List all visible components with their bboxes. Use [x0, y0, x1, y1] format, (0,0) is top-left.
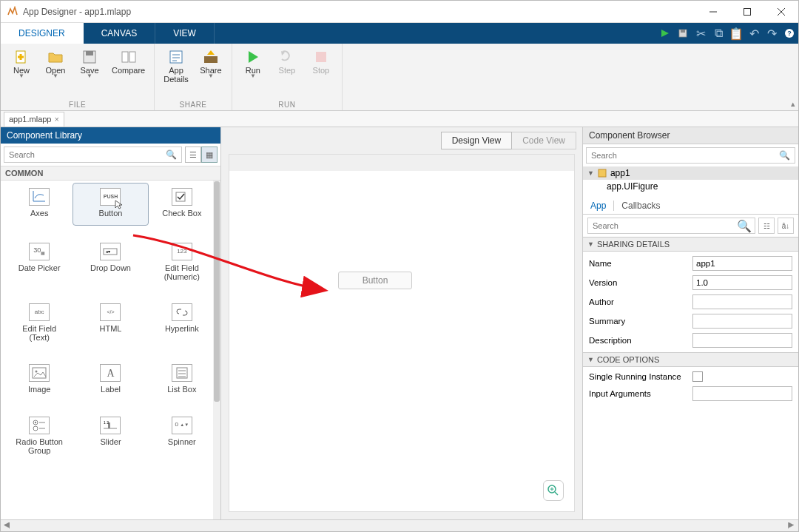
zoom-icon[interactable] — [543, 480, 564, 501]
svg-rect-20 — [204, 56, 218, 63]
code-view-tab[interactable]: Code View — [512, 132, 576, 149]
component-axes[interactable]: Axes — [4, 188, 75, 220]
component-label[interactable]: ALabel — [75, 364, 146, 394]
svg-point-35 — [35, 421, 36, 422]
component-edit-field-numeric-[interactable]: 123Edit Field (Numeric) — [146, 243, 218, 281]
tab-designer[interactable]: DESIGNER — [1, 23, 84, 44]
file-tab[interactable]: app1.mlapp × — [4, 112, 64, 127]
section-share-label: SHARE — [180, 101, 207, 109]
run-button[interactable]: Run▼ — [238, 47, 268, 80]
compare-button[interactable]: Compare — [109, 47, 148, 80]
svg-marker-21 — [207, 50, 215, 55]
component-browser-panel: Component Browser 🔍 ▼ app1 app.UIFigure … — [582, 127, 798, 519]
quick-copy-icon[interactable]: ⧉ — [709, 23, 727, 44]
svg-line-43 — [555, 492, 558, 495]
img-icon — [29, 364, 50, 382]
maximize-button[interactable] — [730, 1, 764, 23]
component-hyperlink[interactable]: Hyperlink — [146, 303, 218, 342]
svg-rect-16 — [170, 51, 182, 63]
view-grid-icon[interactable]: ▦ — [201, 147, 218, 163]
tab-canvas[interactable]: CANVAS — [84, 23, 155, 44]
tab-app[interactable]: App — [583, 198, 613, 214]
component-label: Check Box — [162, 209, 201, 218]
window-title: App Designer - app1.mlapp — [23, 7, 696, 17]
component-slider[interactable]: 1 2Slider — [75, 417, 146, 455]
status-bar: ⯇ ⯈ — [1, 519, 798, 531]
search-icon[interactable]: 🔍 — [163, 149, 180, 160]
app-icon — [5, 6, 20, 18]
new-button[interactable]: New▼ — [7, 47, 36, 80]
prop-description-input[interactable] — [692, 333, 792, 348]
close-button[interactable] — [764, 1, 798, 23]
component-scrollbar[interactable] — [213, 181, 220, 519]
component-browser-title: Component Browser — [583, 127, 798, 144]
component-search[interactable]: 🔍 — [4, 147, 182, 163]
A-icon: A — [100, 364, 121, 382]
prop-version-input[interactable] — [692, 275, 792, 290]
search-icon[interactable]: 🔍 — [776, 150, 793, 161]
component-label: Spinner — [168, 437, 196, 446]
prop-single-instance-label: Single Running Instance — [589, 372, 692, 381]
file-tab-close-icon[interactable]: × — [55, 115, 59, 124]
component-button[interactable]: PUSHButton — [73, 183, 147, 225]
component-html[interactable]: </>HTML — [75, 303, 146, 342]
titlebar: App Designer - app1.mlapp — [1, 1, 798, 23]
component-label: Radio Button Group — [16, 437, 63, 455]
component-radio-button-group[interactable]: Radio Button Group — [4, 417, 75, 455]
component-date-picker[interactable]: 30▦Date Picker — [4, 243, 75, 281]
quick-paste-icon[interactable]: 📋 — [727, 23, 745, 44]
prop-input-args-input[interactable] — [692, 386, 792, 401]
component-image[interactable]: Image — [4, 364, 75, 394]
tree-expand-icon[interactable]: ▼ — [587, 169, 594, 177]
section-sharing-details[interactable]: ▼SHARING DETAILS — [583, 237, 798, 252]
svg-rect-14 — [122, 52, 128, 62]
quick-save-icon[interactable] — [674, 23, 692, 44]
prop-sort-icon[interactable]: â↓ — [778, 218, 794, 234]
quick-help-icon[interactable]: ? — [781, 23, 798, 44]
open-button[interactable]: Open▼ — [41, 47, 70, 80]
component-check-box[interactable]: Check Box — [146, 188, 218, 220]
prop-name-label: Name — [589, 259, 692, 268]
component-list-box[interactable]: List Box — [146, 364, 218, 394]
app-details-button[interactable]: App Details — [161, 47, 192, 85]
prop-author-input[interactable] — [692, 294, 792, 309]
tree-child[interactable]: app.UIFigure — [583, 180, 798, 193]
prop-single-instance-checkbox[interactable] — [692, 371, 703, 382]
quick-undo-icon[interactable]: ↶ — [745, 23, 763, 44]
save-button[interactable]: Save▼ — [75, 47, 104, 80]
design-surface[interactable]: Button — [229, 154, 575, 512]
quick-redo-icon[interactable]: ↷ — [763, 23, 781, 44]
quick-cut-icon[interactable]: ✂ — [692, 23, 709, 44]
property-search[interactable]: 🔍 — [587, 218, 755, 234]
svg-rect-1 — [744, 8, 751, 15]
category-common: COMMON — [1, 166, 220, 181]
tab-callbacks[interactable]: Callbacks — [614, 198, 667, 214]
design-view-tab[interactable]: Design View — [441, 132, 512, 149]
component-label: Drop Down — [90, 263, 131, 272]
browser-search[interactable]: 🔍 — [586, 147, 795, 164]
view-list-icon[interactable]: ☰ — [185, 147, 201, 163]
component-drop-down[interactable]: a▾Drop Down — [75, 243, 146, 281]
prop-grouped-icon[interactable]: ☷ — [758, 218, 775, 234]
scroll-right-icon[interactable]: ⯈ — [788, 522, 795, 530]
search-icon[interactable]: 🔍 — [737, 219, 752, 233]
browser-search-input[interactable] — [590, 149, 776, 162]
scroll-left-icon[interactable]: ⯇ — [4, 522, 11, 530]
minimize-button[interactable] — [696, 1, 730, 23]
section-code-options[interactable]: ▼CODE OPTIONS — [583, 352, 798, 367]
prop-name-input[interactable] — [692, 256, 792, 271]
toolstrip-collapse-icon[interactable]: ▴ — [791, 99, 795, 109]
canvas-button-component[interactable]: Button — [338, 272, 412, 289]
share-button[interactable]: Share▼ — [196, 47, 226, 85]
quick-run-icon[interactable] — [656, 23, 674, 44]
tab-view[interactable]: VIEW — [155, 23, 215, 44]
component-library-panel: Component Library 🔍 ☰ ▦ COMMON AxesPUSHB… — [1, 127, 221, 519]
html-icon: </> — [100, 303, 121, 321]
prop-summary-input[interactable] — [692, 314, 792, 329]
component-search-input[interactable] — [7, 148, 163, 161]
date-icon: 30▦ — [29, 243, 50, 260]
component-edit-field-text-[interactable]: abcEdit Field (Text) — [4, 303, 75, 342]
component-spinner[interactable]: 0 ▲▼Spinner — [146, 417, 218, 455]
tree-root[interactable]: ▼ app1 — [583, 166, 798, 180]
property-search-input[interactable] — [591, 220, 737, 231]
